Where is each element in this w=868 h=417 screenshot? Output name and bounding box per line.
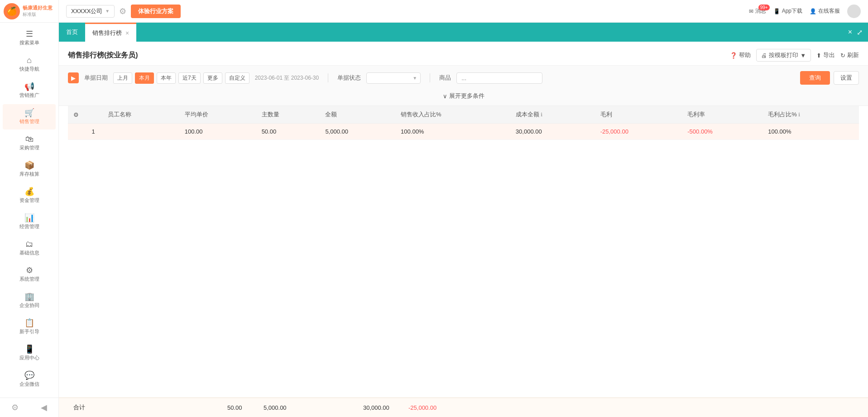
- sidebar-item-label-sales: 销售管理: [19, 118, 39, 125]
- sales-icon: 🛒: [24, 109, 34, 117]
- sidebar-item-apps[interactable]: 📱 应用中心: [3, 340, 56, 366]
- last7days-btn[interactable]: 近7天: [178, 72, 201, 84]
- sidebar-item-label-enterprise: 企业协同: [19, 302, 39, 309]
- apps-icon: 📱: [24, 345, 34, 353]
- status-select[interactable]: [366, 72, 421, 84]
- footer-cost: 30,000.00: [358, 404, 403, 411]
- row-profit: -25,000.00: [595, 124, 682, 140]
- app-download-button[interactable]: 📱 App下载: [773, 7, 802, 15]
- row-settings: [68, 124, 84, 140]
- expand-row: ∨ 展开更多条件: [68, 88, 859, 100]
- row-main-qty: 50.00: [256, 124, 320, 140]
- tab-home[interactable]: 首页: [59, 23, 85, 42]
- refresh-icon: ↻: [840, 52, 845, 59]
- footer-amount: 5,000.00: [258, 404, 303, 411]
- tab-sales-ranking[interactable]: 销售排行榜 ×: [85, 23, 136, 42]
- user-avatar[interactable]: [847, 5, 861, 18]
- window-close-icon[interactable]: ×: [848, 28, 852, 36]
- sidebar-item-enterprise[interactable]: 🏢 企业协同: [3, 288, 56, 313]
- sidebar-item-operations[interactable]: 📊 经营管理: [3, 209, 56, 235]
- sidebar-item-nav[interactable]: ⌂ 快捷导航: [3, 52, 56, 77]
- this-year-btn[interactable]: 本年: [157, 72, 176, 84]
- wechat-icon: 💬: [24, 371, 34, 379]
- filter-area: ▶ 单据日期 上月 本月 本年 近7天 更多 自定义 2023-06-01 至 …: [59, 66, 868, 106]
- sidebar-item-label-operations: 经营管理: [19, 223, 39, 230]
- filter-divider-2: [430, 73, 430, 82]
- export-label: 导出: [823, 51, 835, 59]
- app-download-label: App下载: [782, 7, 802, 15]
- tab-sales-ranking-label: 销售排行榜: [92, 29, 122, 37]
- logo-icon: 🍊: [4, 3, 20, 19]
- trial-button[interactable]: 体验行业方案: [131, 5, 181, 18]
- col-sales-pct-header: 销售收入占比%: [395, 106, 510, 124]
- tabbar-actions: × ⤢: [848, 28, 868, 37]
- sidebar-item-purchase[interactable]: 🛍 采购管理: [3, 130, 56, 156]
- sidebar-settings-btn[interactable]: ⚙: [11, 403, 19, 412]
- row-avg-price: 100.00: [179, 124, 256, 140]
- footer-label: 合计: [68, 403, 222, 412]
- data-table: ⚙ 员工名称 平均单价 主数量 全额 销售收入占比% 成本全额 ℹ 毛利 毛利率…: [68, 106, 859, 140]
- this-month-btn[interactable]: 本月: [135, 72, 154, 84]
- expand-arrow-icon: ∨: [443, 93, 447, 100]
- content-area: 销售排行榜(按业务员) ❓ 帮助 🖨 按模板打印 ▼ ⬆ 导出 ↻ 刷新: [59, 42, 868, 417]
- message-button[interactable]: ✉ 消息 99+: [749, 7, 766, 15]
- col-avg-price-header: 平均单价: [179, 106, 256, 124]
- purchase-icon: 🛍: [25, 135, 34, 143]
- status-select-wrapper: ▼: [366, 72, 421, 84]
- sidebar-item-label-finance: 资金管理: [19, 197, 39, 204]
- sidebar-item-guide[interactable]: 📋 新手引导: [3, 314, 56, 340]
- company-dropdown-arrow: ▼: [105, 9, 110, 14]
- sidebar-item-label-inventory: 库存核算: [19, 171, 39, 177]
- table-header-row: ⚙ 员工名称 平均单价 主数量 全额 销售收入占比% 成本全额 ℹ 毛利 毛利率…: [68, 106, 859, 124]
- message-icon: ✉: [749, 8, 753, 14]
- row-profit-rate: -500.00%: [682, 124, 762, 140]
- sidebar-item-label-wechat: 企业微信: [19, 381, 39, 388]
- export-button[interactable]: ⬆ 导出: [816, 51, 835, 59]
- date-filter-label: 单据日期: [84, 74, 108, 82]
- sidebar-item-inventory[interactable]: 📦 库存核算: [3, 157, 56, 182]
- goods-filter-label: 商品: [439, 74, 451, 82]
- filter-toggle-btn[interactable]: ▶: [68, 72, 79, 83]
- marketing-icon: 📢: [24, 82, 34, 91]
- col-main-qty-header: 主数量: [256, 106, 320, 124]
- help-button[interactable]: ❓ 帮助: [730, 51, 751, 59]
- more-date-btn[interactable]: 更多: [203, 72, 222, 84]
- date-range-display: 2023-06-01 至 2023-06-30: [255, 74, 319, 82]
- topbar: XXXXX公司 ▼ ⚙ 体验行业方案 ✉ 消息 99+ 📱 App下载 👤 在线…: [59, 0, 868, 23]
- online-service-button[interactable]: 👤 在线客服: [810, 7, 840, 15]
- sidebar-logo: 🍊 畅康通好生意 标准版: [0, 0, 58, 23]
- sidebar-item-member[interactable]: V 畅会员: [3, 393, 56, 398]
- refresh-button[interactable]: ↻ 刷新: [840, 51, 859, 59]
- sidebar-item-basic[interactable]: 🗂 基础信息: [3, 235, 56, 261]
- sidebar-item-finance[interactable]: 💰 资金管理: [3, 183, 56, 208]
- company-selector[interactable]: XXXXX公司 ▼: [66, 5, 115, 18]
- row-rank: 1: [84, 124, 102, 140]
- page-title: 销售排行榜(按业务员): [68, 51, 138, 60]
- print-dropdown-arrow: ▼: [800, 52, 806, 59]
- sidebar-item-search[interactable]: ☰ 搜索菜单: [3, 25, 56, 51]
- window-expand-icon[interactable]: ⤢: [857, 28, 863, 37]
- print-label: 按模板打印: [769, 51, 798, 59]
- basic-icon: 🗂: [25, 240, 34, 248]
- sidebar-item-marketing[interactable]: 📢 营销推广: [3, 78, 56, 103]
- print-icon: 🖨: [761, 52, 767, 59]
- custom-date-btn[interactable]: 自定义: [225, 72, 249, 84]
- home-icon: ⌂: [27, 56, 32, 64]
- tab-home-label: 首页: [66, 28, 78, 36]
- prev-month-btn[interactable]: 上月: [113, 72, 132, 84]
- sidebar-item-system[interactable]: ⚙ 系统管理: [3, 262, 56, 287]
- col-settings-header[interactable]: ⚙: [68, 106, 84, 124]
- search-button[interactable]: 查询: [800, 71, 830, 85]
- sidebar: 🍊 畅康通好生意 标准版 ☰ 搜索菜单 ⌂ 快捷导航 📢 营销推广 🛒 销售管理…: [0, 0, 59, 417]
- tab-close-icon[interactable]: ×: [125, 30, 129, 36]
- print-button[interactable]: 🖨 按模板打印 ▼: [756, 49, 811, 62]
- sidebar-item-wechat[interactable]: 💬 企业微信: [3, 367, 56, 392]
- goods-input[interactable]: [456, 72, 542, 84]
- sidebar-item-sales[interactable]: 🛒 销售管理: [3, 104, 56, 129]
- sidebar-item-label-basic: 基础信息: [19, 249, 39, 256]
- sidebar-item-label-search: 搜索菜单: [19, 39, 39, 46]
- expand-more-btn[interactable]: ∨ 展开更多条件: [443, 92, 484, 100]
- settings-button[interactable]: 设置: [834, 71, 859, 85]
- topbar-settings-icon[interactable]: ⚙: [119, 6, 126, 16]
- sidebar-collapse-btn[interactable]: ◀: [41, 403, 47, 412]
